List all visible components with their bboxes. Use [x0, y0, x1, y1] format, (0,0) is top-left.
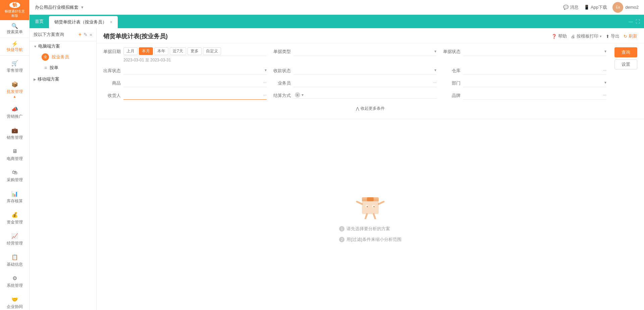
scheme-by-doc[interactable]: ≡ 按单 [38, 63, 96, 73]
tab-home[interactable]: 首页 [30, 15, 49, 28]
tab-bar: 首页 销货单统计表（按业务员） × — ⛶ [30, 15, 644, 28]
print-icon: 🖨 [571, 34, 575, 39]
payment-status-control[interactable]: ▾ [293, 66, 437, 75]
out-status-control[interactable]: ▾ [123, 66, 267, 75]
tab-close-icon[interactable]: × [110, 20, 112, 24]
settlement-dropdown-icon[interactable]: ▾ [302, 93, 304, 97]
help-label: 帮助 [558, 33, 567, 39]
date-custom-btn[interactable]: 自定义 [203, 47, 221, 55]
export-label: 导出 [611, 33, 620, 39]
message-btn[interactable]: 💬 消息 [563, 4, 579, 10]
doc-type-dropdown-icon[interactable]: ▾ [434, 49, 436, 54]
sales-label: 销售管理 [7, 135, 23, 141]
out-status-dropdown-icon[interactable]: ▾ [265, 68, 267, 72]
date-more-btn[interactable]: 更多 [187, 47, 202, 55]
filter-row-3: 商品 ··· 业务员 ··· [103, 79, 606, 87]
doc-status-control[interactable]: ▾ [463, 48, 606, 56]
finance-icon: 💰 [11, 211, 19, 219]
workspace-title: 办公用品行业模拟账套 [35, 4, 78, 10]
workspace-dropdown-icon[interactable]: ▾ [81, 5, 84, 10]
basic-icon: 📋 [11, 253, 19, 261]
operations-icon: 📈 [11, 232, 19, 240]
date-this-month-btn[interactable]: 本月 [139, 47, 153, 55]
export-btn[interactable]: ⬆ 导出 [606, 33, 620, 39]
date-last-month-btn[interactable]: 上月 [123, 47, 138, 55]
add-scheme-icon[interactable]: + [78, 32, 82, 38]
scheme-pc-label: 电脑端方案 [38, 43, 60, 49]
filter-doc-status-field: 单据状态 ▾ [443, 47, 606, 56]
collapse-up-icon: ⋀ [356, 106, 359, 111]
sidebar-item-inventory[interactable]: 📊 库存核算 [0, 186, 29, 207]
collapse-scheme-icon[interactable]: « [90, 32, 92, 37]
sidebar-item-sales[interactable]: 💼 销售管理 [0, 123, 29, 144]
date-last7-btn[interactable]: 近7天 [170, 47, 186, 55]
sidebar-item-corp[interactable]: 🤝 企业协同 [0, 292, 29, 310]
product-control[interactable]: ··· [123, 79, 267, 87]
help-btn[interactable]: ❓ 帮助 [551, 33, 567, 39]
doc-type-control[interactable]: ▾ [293, 48, 437, 56]
scheme-by-salesman[interactable]: 业 按业务员 [38, 51, 96, 63]
system-label: 系统管理 [7, 283, 23, 289]
doc-status-label: 单据状态 [443, 49, 461, 55]
message-icon: 💬 [563, 5, 569, 10]
warehouse-label: 仓库 [443, 68, 461, 74]
purchase-icon: 🛍 [11, 168, 19, 176]
dept-dropdown-icon[interactable]: ▾ [604, 80, 606, 85]
sidebar-item-system[interactable]: ⚙ 系统管理 [0, 271, 29, 292]
empty-illustration [354, 186, 387, 219]
warehouse-control[interactable]: ··· [463, 66, 606, 75]
app-download-btn[interactable]: 📱 App下载 [584, 4, 607, 10]
filter-brand-field: 品牌 ··· [443, 91, 606, 100]
receiver-control[interactable]: ··· [123, 91, 267, 100]
collapse-btn[interactable]: ⋀ 收起更多条件 [356, 106, 385, 111]
query-button[interactable]: 查询 [614, 47, 637, 57]
warehouse-dots-icon[interactable]: ··· [603, 68, 606, 72]
settlement-clear-icon[interactable]: × [295, 92, 300, 98]
edit-scheme-icon[interactable]: ✎ [84, 32, 88, 37]
payment-status-value [293, 66, 435, 74]
settings-button[interactable]: 设置 [614, 59, 637, 69]
scheme-pc[interactable]: ▼ 电脑端方案 [30, 41, 96, 51]
maximize-icon[interactable]: ⛶ [636, 19, 640, 24]
salesman-value [293, 79, 433, 86]
filter-dept-field: 部门 ▾ [443, 79, 606, 87]
doc-type-value [293, 48, 435, 55]
ecommerce-icon: 🖥 [11, 147, 19, 155]
sidebar: 畅 畅捷通好生意 标版 🔍 搜索菜单 ⚡ 快捷导航 🛒 零售管理 📦 批发管理 … [0, 0, 30, 310]
user-area[interactable]: Ea demo2 [612, 2, 639, 13]
receiver-dots-icon[interactable]: ··· [263, 93, 267, 97]
sidebar-item-wholesale[interactable]: 📦 批发管理 ▲ [0, 77, 29, 102]
sidebar-item-ecommerce[interactable]: 🖥 电商管理 [0, 144, 29, 165]
dept-control[interactable]: ▾ [463, 79, 606, 87]
app-download-label: App下载 [591, 4, 607, 10]
sidebar-item-basic[interactable]: 📋 基础信息 [0, 250, 29, 271]
sidebar-item-operations[interactable]: 📈 经营管理 [0, 228, 29, 250]
corp-icon: 🤝 [11, 295, 19, 303]
minimize-icon[interactable]: — [629, 19, 633, 24]
brand-control[interactable]: ··· [463, 91, 606, 100]
workspace-title-area: 办公用品行业模拟账套 ▾ [35, 4, 84, 10]
date-this-year-btn[interactable]: 本年 [154, 47, 168, 55]
tab-active[interactable]: 销货单统计表（按业务员） × [49, 16, 118, 28]
payment-status-dropdown-icon[interactable]: ▾ [434, 68, 436, 72]
out-status-value [123, 66, 265, 74]
print-btn[interactable]: 🖨 按模板打印 ▾ [571, 33, 602, 39]
product-dots-icon[interactable]: ··· [263, 80, 267, 85]
brand-dots-icon[interactable]: ··· [603, 93, 606, 97]
sidebar-item-finance[interactable]: 💰 资金管理 [0, 207, 29, 228]
brand-value [463, 91, 603, 99]
dept-label: 部门 [443, 80, 461, 86]
refresh-btn[interactable]: ↻ 刷新 [624, 33, 637, 39]
doc-status-dropdown-icon[interactable]: ▾ [604, 49, 606, 54]
tip-item-2: 2 用[过滤]条件来缩小分析范围 [339, 235, 401, 244]
sidebar-shortcut[interactable]: ⚡ 快捷导航 [0, 38, 29, 56]
scheme-mobile[interactable]: ▶ 移动端方案 [30, 74, 96, 84]
sidebar-item-retail[interactable]: 🛒 零售管理 [0, 56, 29, 77]
sidebar-search[interactable]: 🔍 搜索菜单 [0, 20, 29, 38]
purchase-label: 采购管理 [7, 177, 23, 183]
salesman-dots-icon[interactable]: ··· [433, 80, 436, 85]
right-content: 销货单统计表(按业务员) ❓ 帮助 🖨 按模板打印 ▾ ⬆ 导出 [97, 28, 644, 310]
sidebar-item-marketing[interactable]: 📣 营销推广 [0, 102, 29, 123]
salesman-control[interactable]: ··· [293, 79, 437, 87]
sidebar-item-purchase[interactable]: 🛍 采购管理 [0, 165, 29, 186]
